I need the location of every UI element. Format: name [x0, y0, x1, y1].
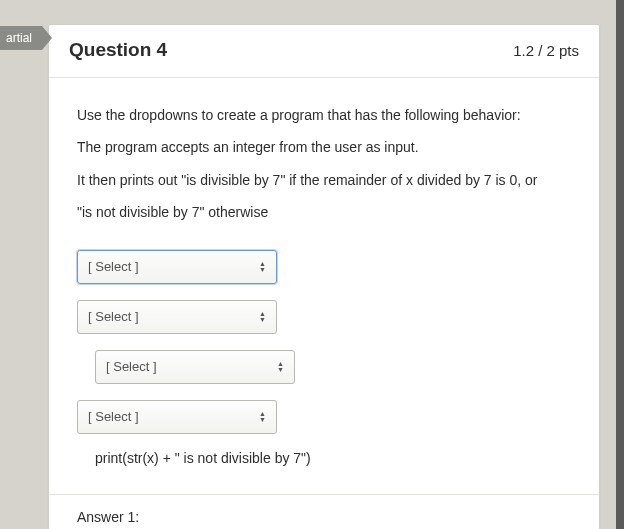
- answer-1-label: Answer 1:: [77, 495, 571, 525]
- question-title: Question 4: [69, 39, 167, 61]
- select-3[interactable]: [ Select ] ▲▼: [95, 350, 295, 384]
- grade-badge: artial: [0, 26, 42, 50]
- card-header: Question 4 1.2 / 2 pts: [49, 25, 599, 78]
- select-2[interactable]: [ Select ] ▲▼: [77, 300, 277, 334]
- question-card: Question 4 1.2 / 2 pts Use the dropdowns…: [48, 24, 600, 529]
- stepper-icon: ▲▼: [259, 311, 266, 323]
- select-2-label: [ Select ]: [88, 309, 139, 324]
- prompt-line: Use the dropdowns to create a program th…: [77, 104, 571, 126]
- prompt-line: "is not divisible by 7" otherwise: [77, 201, 571, 223]
- stepper-icon: ▲▼: [259, 411, 266, 423]
- card-body: Use the dropdowns to create a program th…: [49, 78, 599, 525]
- prompt-line: It then prints out "is divisible by 7" i…: [77, 169, 571, 191]
- select-1-label: [ Select ]: [88, 259, 139, 274]
- prompt-line: The program accepts an integer from the …: [77, 136, 571, 158]
- code-line: print(str(x) + " is not divisible by 7"): [95, 450, 571, 466]
- select-4-label: [ Select ]: [88, 409, 139, 424]
- page-background: artial Question 4 1.2 / 2 pts Use the dr…: [0, 0, 616, 529]
- select-1[interactable]: [ Select ] ▲▼: [77, 250, 277, 284]
- question-prompt: Use the dropdowns to create a program th…: [77, 104, 571, 224]
- points-display: 1.2 / 2 pts: [513, 42, 579, 59]
- select-4[interactable]: [ Select ] ▲▼: [77, 400, 277, 434]
- stepper-icon: ▲▼: [277, 361, 284, 373]
- dropdown-area: [ Select ] ▲▼ [ Select ] ▲▼ [ Select ] ▲…: [77, 250, 571, 466]
- select-3-label: [ Select ]: [106, 359, 157, 374]
- stepper-icon: ▲▼: [259, 261, 266, 273]
